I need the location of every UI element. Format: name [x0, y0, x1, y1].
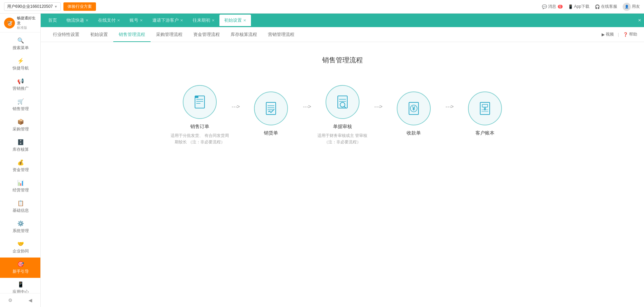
sidebar-item-guide[interactable]: 🎯新手引导	[0, 258, 40, 278]
flow-node-sales-invoice[interactable]: 销货单	[240, 91, 301, 139]
app-center-icon: 📱	[17, 281, 24, 288]
flow-node-title-receipt: 收款单	[407, 130, 421, 136]
nav-tab-label-home: 首页	[48, 17, 57, 23]
logo-sub: 标准版	[17, 25, 36, 30]
online-service-button[interactable]: 🎧 在线客服	[595, 4, 617, 9]
close-tab-init-icon[interactable]: ✕	[243, 18, 246, 23]
nav-tab-label-account: 账号	[130, 17, 138, 23]
inventory-icon: 🗄️	[17, 139, 24, 145]
flow-circle-sales-invoice	[254, 91, 288, 125]
flow-node-doc-audit[interactable]: 单据审核适用于财务审核或主 管审核 （注：非必要流程）	[312, 85, 373, 145]
sidebar-item-inventory[interactable]: 🗄️库存核算	[0, 136, 40, 156]
sub-tab-init-set[interactable]: 初始设置	[85, 27, 113, 42]
sidebar-item-marketing[interactable]: 📢营销推广	[0, 75, 40, 95]
message-badge: 6	[558, 5, 563, 8]
top-bar-right: 💬 消息 6 📱 App下载 🎧 在线客服 👤 用友	[542, 3, 640, 11]
sidebar-nav: 🔍搜索菜单⚡快捷导航📢营销推广🛒销售管理📦采购管理🗄️库存核算💰资金管理📊经营管…	[0, 33, 40, 293]
nav-tab-home[interactable]: 首页	[43, 15, 62, 26]
close-all-tabs-button[interactable]: ✕	[638, 18, 641, 23]
sidebar-item-operations[interactable]: 📊经营管理	[0, 176, 40, 197]
main-layout: 🐮 畅捷通好生意 标准版 🔍搜索菜单⚡快捷导航📢营销推广🛒销售管理📦采购管理🗄️…	[0, 14, 644, 307]
top-bar-left: 用户690企业1660120507 ▼ 体验行业方案	[4, 2, 96, 11]
sidebar-label-base-info: 基础信息	[13, 208, 29, 213]
collab-icon: 🤝	[17, 241, 24, 247]
message-button[interactable]: 💬 消息 6	[542, 4, 563, 9]
nav-tab-history[interactable]: 往来期初 ✕	[188, 15, 219, 26]
video-icon: ▶	[602, 32, 605, 37]
nav-tab-payment[interactable]: 在线支付 ✕	[93, 15, 125, 26]
sidebar-item-finance[interactable]: 💰资金管理	[0, 156, 40, 176]
flow-node-title-sales-order: 销售订单	[190, 124, 209, 130]
operations-icon: 📊	[17, 180, 24, 186]
logo-text-block: 畅捷通好生意 标准版	[17, 16, 36, 30]
sub-tab-purchase-flow[interactable]: 采购管理流程	[151, 27, 188, 42]
finance-icon: 💰	[17, 159, 24, 166]
close-tab-account-icon[interactable]: ✕	[140, 18, 143, 23]
sub-tab-sales-flow[interactable]: 销售管理流程	[113, 27, 151, 42]
sidebar-label-guide: 新手引导	[13, 269, 29, 274]
flow-node-desc-sales-order: 适用于分批发货、 有合同发货周期较长 （注：非必要流程）	[169, 132, 230, 145]
sidebar-item-quick-nav[interactable]: ⚡快捷导航	[0, 54, 40, 75]
search-icon: 🔍	[17, 37, 24, 44]
sidebar-label-search: 搜索菜单	[13, 45, 29, 51]
nav-tab-account[interactable]: 账号 ✕	[125, 15, 148, 26]
flow-circle-doc-audit	[326, 85, 359, 119]
flow-node-receipt[interactable]: ¥ 收款单	[383, 91, 444, 139]
sidebar-label-app-center: 应用中心	[13, 289, 29, 293]
message-icon: 💬	[542, 4, 547, 9]
flow-circle-customer-ledger: ¥	[468, 91, 502, 125]
flow-node-desc-doc-audit: 适用于财务审核或主 管审核 （注：非必要流程）	[312, 132, 373, 145]
sidebar-item-app-center[interactable]: 📱应用中心	[0, 278, 40, 293]
sub-tab-inventory-flow[interactable]: 库存核算流程	[225, 27, 262, 42]
close-tab-logistics-icon[interactable]: ✕	[85, 18, 89, 23]
system-icon: ⚙️	[17, 220, 24, 227]
nav-tab-init[interactable]: 初始设置 ✕	[219, 15, 251, 26]
app-download-button[interactable]: 📱 App下载	[568, 4, 589, 9]
flow-circle-receipt: ¥	[397, 91, 431, 125]
close-tab-payment-icon[interactable]: ✕	[117, 18, 120, 23]
sidebar-item-sales[interactable]: 🛒销售管理	[0, 95, 40, 115]
sub-tabs: 行业特性设置初始设置销售管理流程采购管理流程资金管理流程库存核算流程营销管理流程…	[41, 27, 644, 42]
sub-tab-marketing-flow[interactable]: 营销管理流程	[262, 27, 300, 42]
nav-tabs: 首页物流快递 ✕在线支付 ✕账号 ✕邀请下游客户 ✕往来期初 ✕初始设置 ✕✕	[41, 14, 644, 27]
logo-title: 畅捷通好生意	[17, 16, 36, 25]
flow-diagram: 销售订单适用于分批发货、 有合同发货周期较长 （注：非必要流程）- - -> 销…	[169, 85, 515, 145]
sidebar-item-system[interactable]: ⚙️系统管理	[0, 217, 40, 237]
page-content: 行业特性设置初始设置销售管理流程采购管理流程资金管理流程库存核算流程营销管理流程…	[41, 27, 644, 307]
close-tab-invite-icon[interactable]: ✕	[180, 18, 183, 23]
flow-circle-sales-order	[183, 85, 217, 119]
nav-tab-label-logistics: 物流快递	[66, 17, 84, 23]
flow-node-customer-ledger[interactable]: ¥ 客户账本	[454, 91, 515, 139]
settings-icon[interactable]: ⚙	[7, 296, 14, 304]
video-action[interactable]: ▶ 视频	[602, 32, 614, 37]
user-menu-button[interactable]: 👤 用友	[623, 3, 640, 11]
nav-tab-logistics[interactable]: 物流快递 ✕	[62, 15, 93, 26]
svg-text:¥: ¥	[412, 106, 415, 111]
purchase-icon: 📦	[17, 119, 24, 125]
sidebar-item-purchase[interactable]: 📦采购管理	[0, 115, 40, 136]
nav-tab-invite[interactable]: 邀请下游客户 ✕	[148, 15, 188, 26]
sub-tab-actions: ▶ 视频 | ❓ 帮助	[602, 32, 637, 37]
close-tab-history-icon[interactable]: ✕	[212, 18, 215, 23]
flow-node-title-sales-invoice: 销货单	[264, 130, 278, 136]
sidebar-label-marketing: 营销推广	[13, 86, 29, 91]
sidebar-label-collab: 企业协同	[13, 248, 29, 254]
flow-arrow-2: - - ->	[374, 104, 382, 127]
flow-node-sales-order[interactable]: 销售订单适用于分批发货、 有合同发货周期较长 （注：非必要流程）	[169, 85, 230, 145]
sidebar-label-purchase: 采购管理	[13, 126, 29, 132]
sidebar-label-sales: 销售管理	[13, 106, 29, 112]
sidebar: 🐮 畅捷通好生意 标准版 🔍搜索菜单⚡快捷导航📢营销推广🛒销售管理📦采购管理🗄️…	[0, 14, 41, 307]
user-selector[interactable]: 用户690企业1660120507 ▼	[4, 2, 61, 11]
collapse-icon[interactable]: ◀	[27, 296, 34, 304]
sub-tab-industry[interactable]: 行业特性设置	[47, 27, 85, 42]
sidebar-item-search[interactable]: 🔍搜索菜单	[0, 34, 40, 54]
help-icon: ❓	[623, 32, 628, 37]
nav-tab-label-payment: 在线支付	[98, 17, 116, 23]
trial-button[interactable]: 体验行业方案	[63, 2, 96, 11]
sidebar-item-collab[interactable]: 🤝企业协同	[0, 237, 40, 258]
avatar: 👤	[623, 3, 631, 11]
help-action[interactable]: ❓ 帮助	[623, 32, 637, 37]
sub-tab-finance-flow[interactable]: 资金管理流程	[188, 27, 225, 42]
sidebar-item-base-info[interactable]: 📋基础信息	[0, 197, 40, 217]
flow-arrow-1: - - ->	[303, 104, 310, 127]
